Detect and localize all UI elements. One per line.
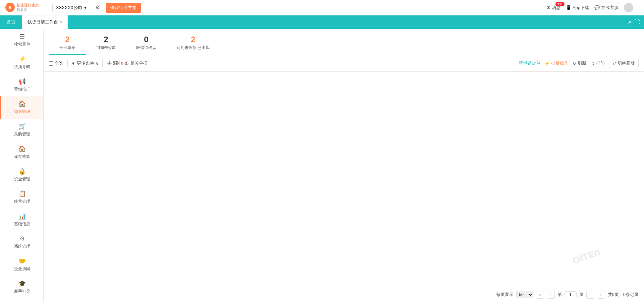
sidebar-item-cooperation[interactable]: 🤝 企业协同	[0, 253, 43, 276]
filter-button[interactable]: ▼ 更多条件 ∨	[67, 59, 103, 68]
tab-home[interactable]: 首页	[0, 15, 22, 29]
sidebar-item-label: 经营管理	[14, 199, 30, 204]
company-selector[interactable]: XXXXXX公司 ▾	[52, 3, 90, 12]
search-menu-icon: ☰	[19, 33, 25, 40]
top-header: 6 畅捷通好生意 标准版 XXXXXX公司 ▾ ⚙ 体验行业方案 ✉ 消息 99…	[0, 0, 644, 15]
tab-close-icon[interactable]: ×	[60, 20, 62, 24]
guide-icon: 🎓	[18, 280, 26, 287]
app-download-button[interactable]: 📱 App下载	[566, 5, 589, 11]
sidebar-item-sales[interactable]: 🏠 销售管理	[0, 96, 43, 119]
page-suffix: 页	[579, 292, 584, 298]
found-suffix: 条 相关单据	[124, 61, 148, 66]
sidebar-item-label: 库存核算	[14, 154, 30, 160]
main-layout: ☰ 搜索菜单 ⚡ 快捷导航 📢 营销推广 🏠 销售管理 🛒 采购管理 🏠 库存核…	[0, 29, 644, 302]
content-area: 2 全部单据 2 到期未收款 0 旺铺待确认 2 到期未收款 已出库 全选	[44, 29, 644, 302]
header-right: ✉ 消息 99+ 📱 App下载 💬 在线客服	[547, 3, 639, 12]
trial-button[interactable]: 体验行业方案	[106, 3, 141, 13]
message-button[interactable]: ✉ 消息 99+	[547, 5, 560, 11]
tab-current[interactable]: 钱货日清工作台 ×	[22, 15, 68, 29]
filter-label: 更多条件	[77, 60, 94, 66]
next-page-button[interactable]: ›	[586, 291, 594, 299]
stat-count-overdue: 2	[104, 35, 108, 44]
add-label: + 新增销货单	[515, 60, 540, 66]
page-label: 第	[557, 292, 562, 298]
stat-label-all: 全部单据	[59, 45, 75, 51]
select-all-input[interactable]	[49, 61, 53, 66]
add-order-button[interactable]: + 新增销货单	[514, 60, 540, 66]
tab-bar: 首页 钱货日清工作台 × ✕ ⛶	[0, 15, 644, 29]
purchase-icon: 🛒	[18, 123, 26, 130]
last-page-button[interactable]: »	[597, 291, 605, 299]
found-prefix: 共找到	[107, 61, 120, 66]
batch-operation-button[interactable]: ⚡ 批量操作	[544, 60, 569, 66]
stat-label-pending: 旺铺待确认	[136, 45, 156, 51]
stat-tab-all[interactable]: 2 全部单据	[49, 32, 86, 55]
stat-count-all: 2	[65, 35, 69, 44]
sidebar-item-label: 采购管理	[14, 131, 30, 137]
sidebar-item-label: 基础信息	[14, 221, 30, 227]
stats-tabs: 2 全部单据 2 到期未收款 0 旺铺待确认 2 到期未收款 已出库	[44, 29, 644, 55]
stat-label-overdue: 到期未收款	[96, 45, 116, 51]
found-text: 共找到 0 条 相关单据	[107, 60, 148, 66]
inventory-icon: 🏠	[18, 145, 26, 153]
switch-label: 切换新版	[618, 60, 635, 66]
sidebar-item-system[interactable]: ⚙ 系统管理	[0, 231, 43, 253]
company-name: XXXXXX公司	[56, 5, 82, 11]
print-button[interactable]: 🖨 打印	[590, 60, 605, 66]
chevron-down-icon: ▾	[84, 5, 87, 10]
switch-version-button[interactable]: ⇄ 切换新版	[609, 59, 639, 68]
operations-icon: 📋	[18, 190, 26, 197]
toolbar: 全选 ▼ 更多条件 ∨ 共找到 0 条 相关单据 + 新增销货单 ⚡ 批量操作	[44, 55, 644, 72]
sidebar-item-guide[interactable]: 🎓 新手引导	[0, 276, 43, 298]
sidebar-item-app-center[interactable]: 📦 应用中心	[0, 298, 43, 302]
sidebar-item-label: 销售管理	[14, 109, 30, 115]
select-all-label: 全选	[55, 60, 63, 66]
online-service-label: 在线客服	[601, 5, 619, 11]
found-count: 0	[121, 61, 123, 66]
sidebar-item-quick-nav[interactable]: ⚡ 快捷导航	[0, 51, 43, 74]
sidebar-item-basic-info[interactable]: 📊 基础信息	[0, 208, 43, 231]
online-service-button[interactable]: 💬 在线客服	[594, 5, 619, 11]
message-icon: ✉	[547, 5, 550, 10]
stat-count-pending: 0	[144, 35, 148, 44]
logo-icon: 6	[5, 3, 15, 12]
switch-icon: ⇄	[612, 61, 616, 66]
print-icon: 🖨	[590, 61, 595, 66]
logo-area: 6 畅捷通好生意 标准版	[5, 3, 49, 12]
first-page-button[interactable]: «	[536, 291, 544, 299]
table-area	[44, 72, 644, 287]
sidebar-item-operations[interactable]: 📋 经营管理	[0, 186, 43, 208]
tab-bar-right: ✕ ⛶	[628, 19, 644, 25]
sales-icon: 🏠	[18, 100, 26, 108]
stat-tab-overdue[interactable]: 2 到期未收款	[86, 32, 126, 55]
sidebar-item-search-menu[interactable]: ☰ 搜索菜单	[0, 29, 43, 51]
finance-icon: 🔒	[18, 168, 26, 175]
sidebar-item-label: 系统管理	[14, 244, 30, 249]
stat-tab-pending[interactable]: 0 旺铺待确认	[126, 32, 166, 55]
sidebar-item-label: 搜索菜单	[14, 42, 30, 47]
refresh-label: 刷新	[578, 60, 586, 66]
sidebar-item-label: 企业协同	[14, 266, 30, 272]
tab-minimize-icon[interactable]: ✕	[628, 19, 632, 25]
select-all-checkbox[interactable]: 全选	[49, 60, 63, 66]
app-download-label: App下载	[573, 5, 589, 11]
avatar[interactable]	[624, 3, 633, 12]
stat-tab-overdue-shipped[interactable]: 2 到期未收款 已出库	[166, 32, 220, 55]
download-icon: 📱	[566, 5, 571, 10]
logo-sub: 标准版	[17, 8, 39, 12]
settings-button[interactable]: ⚙	[93, 3, 102, 12]
sidebar-item-marketing[interactable]: 📢 营销推广	[0, 74, 43, 96]
page-input[interactable]	[565, 291, 577, 298]
sidebar-item-label: 营销推广	[14, 86, 30, 92]
refresh-button[interactable]: ↻ 刷新	[573, 60, 586, 66]
sidebar-item-label: 新手引导	[14, 289, 30, 294]
per-page-select[interactable]: 50 100 200	[516, 291, 533, 298]
prev-page-button[interactable]: ‹	[547, 291, 555, 299]
filter-icon: ▼	[71, 61, 75, 66]
sidebar-item-label: 快捷导航	[14, 64, 30, 70]
stat-count-overdue-shipped: 2	[191, 35, 195, 44]
sidebar-item-purchase[interactable]: 🛒 采购管理	[0, 119, 43, 141]
sidebar-item-inventory[interactable]: 🏠 库存核算	[0, 141, 43, 164]
tab-expand-icon[interactable]: ⛶	[635, 19, 640, 25]
sidebar-item-finance[interactable]: 🔒 资金管理	[0, 164, 43, 186]
